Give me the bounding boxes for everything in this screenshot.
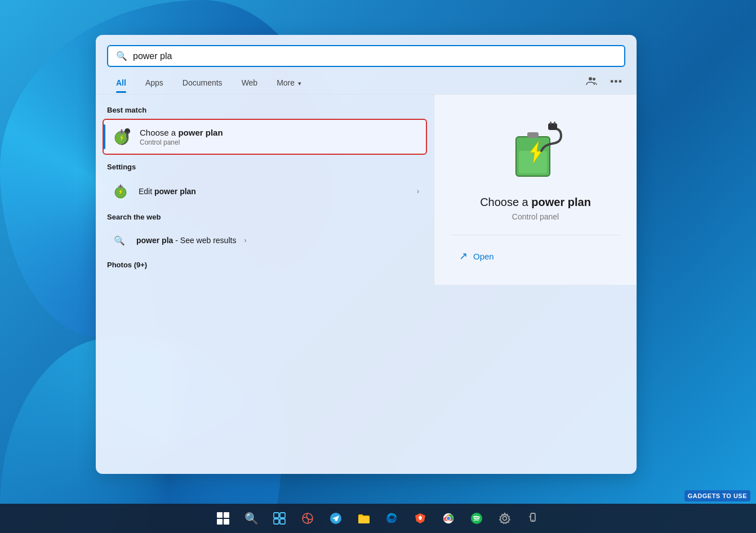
- chevron-right-icon: ›: [417, 187, 419, 195]
- watermark: GADGETS TO USE: [684, 490, 750, 501]
- taskbar-widgets-button[interactable]: [295, 506, 320, 531]
- left-panel: Best match: [96, 95, 434, 285]
- tab-documents[interactable]: Documents: [174, 74, 232, 93]
- tabs-left: All Apps Documents Web More ▾: [107, 74, 310, 93]
- content-area: Best match: [96, 95, 637, 285]
- web-search-item[interactable]: 🔍 power pla - See web results ›: [103, 226, 427, 255]
- telegram-icon: [330, 512, 342, 525]
- right-panel: Choose a power plan Control panel ↗ Open: [434, 95, 637, 285]
- svg-point-4: [124, 128, 130, 134]
- taskbar-files-button[interactable]: [352, 506, 376, 531]
- open-btn[interactable]: ↗ Open: [451, 244, 620, 268]
- svg-rect-16: [554, 122, 555, 124]
- settings-icon: [499, 512, 511, 525]
- taskbar-brave-button[interactable]: [408, 506, 433, 531]
- search-panel: 🔍 All Apps Documents Web More ▾: [96, 35, 637, 474]
- taskbar-telegram-button[interactable]: [323, 506, 348, 531]
- spotify-icon: [470, 512, 483, 525]
- more-options-btn[interactable]: •••: [607, 73, 625, 91]
- web-label: Search the web: [96, 213, 434, 226]
- web-search-text: power pla - See web results: [136, 236, 236, 245]
- taskbar-start-button[interactable]: [211, 506, 235, 531]
- taskbar-phone-button[interactable]: [521, 506, 545, 531]
- settings-section: Settings Edit power plan ›: [96, 163, 434, 207]
- svg-rect-7: [128, 132, 129, 134]
- photos-label: Photos (9+): [96, 261, 434, 274]
- people-icon-btn[interactable]: [582, 73, 601, 91]
- tab-apps[interactable]: Apps: [136, 74, 172, 93]
- svg-rect-5: [126, 134, 128, 138]
- open-icon: ↗: [459, 250, 468, 262]
- svg-rect-1: [593, 78, 595, 80]
- settings-label: Settings: [96, 163, 434, 176]
- edge-icon: [386, 512, 398, 525]
- chevron-down-icon: ▾: [298, 80, 301, 87]
- web-search-icon: 🔍: [110, 231, 128, 249]
- search-bar-icon: 🔍: [116, 51, 127, 61]
- svg-rect-6: [126, 132, 127, 134]
- svg-rect-19: [274, 519, 279, 524]
- right-panel-icon: [502, 117, 570, 185]
- tab-more[interactable]: More ▾: [268, 74, 310, 93]
- web-chevron-icon: ›: [244, 236, 246, 244]
- taskbar-chrome-button[interactable]: [436, 506, 461, 531]
- svg-rect-0: [589, 77, 592, 80]
- right-panel-divider: [451, 235, 620, 235]
- brave-icon: [414, 512, 426, 525]
- svg-rect-17: [274, 513, 279, 518]
- edit-power-plan-item[interactable]: Edit power plan ›: [103, 176, 427, 207]
- taskbar-search-icon: 🔍: [244, 512, 259, 525]
- filter-tabs: All Apps Documents Web More ▾: [96, 67, 637, 95]
- tabs-right: •••: [582, 73, 625, 94]
- folder-icon: [357, 512, 371, 525]
- taskbar-edge-button[interactable]: [380, 506, 404, 531]
- web-section: Search the web 🔍 power pla - See web res…: [96, 213, 434, 255]
- search-input[interactable]: [133, 51, 616, 61]
- photos-section: Photos (9+): [96, 261, 434, 274]
- svg-rect-15: [550, 122, 552, 124]
- right-panel-title: Choose a power plan: [480, 196, 591, 209]
- svg-point-25: [447, 517, 450, 520]
- svg-rect-11: [527, 132, 539, 138]
- svg-point-29: [532, 519, 533, 521]
- ellipsis-icon: •••: [610, 76, 622, 88]
- taskbar-search-button[interactable]: 🔍: [239, 506, 264, 531]
- best-match-text: Choose a power plan Control panel: [140, 128, 223, 146]
- best-match-item[interactable]: Choose a power plan Control panel: [103, 119, 427, 155]
- widgets-icon: [301, 512, 314, 525]
- phone-icon: [527, 512, 539, 525]
- svg-point-27: [503, 517, 507, 521]
- right-panel-subtitle: Control panel: [512, 212, 559, 221]
- taskbar-spotify-button[interactable]: [464, 506, 489, 531]
- taskbar: 🔍: [0, 504, 756, 533]
- svg-rect-20: [280, 519, 285, 524]
- taskview-icon: [273, 512, 286, 525]
- tab-web[interactable]: Web: [233, 74, 267, 93]
- taskbar-settings-button[interactable]: [492, 506, 517, 531]
- svg-rect-14: [548, 123, 557, 130]
- power-plan-icon: [112, 127, 132, 147]
- best-match-label: Best match: [96, 106, 434, 119]
- chrome-icon: [442, 512, 455, 525]
- svg-rect-18: [280, 513, 285, 518]
- edit-power-plan-text: Edit power plan: [139, 187, 409, 196]
- people-icon: [585, 75, 598, 88]
- windows-logo-icon: [217, 512, 229, 525]
- search-bar[interactable]: 🔍: [107, 45, 625, 67]
- tab-all[interactable]: All: [107, 74, 135, 93]
- taskbar-taskview-button[interactable]: [267, 506, 292, 531]
- open-label: Open: [473, 252, 494, 261]
- search-bar-container: 🔍: [96, 35, 637, 67]
- edit-power-plan-icon: [110, 181, 131, 201]
